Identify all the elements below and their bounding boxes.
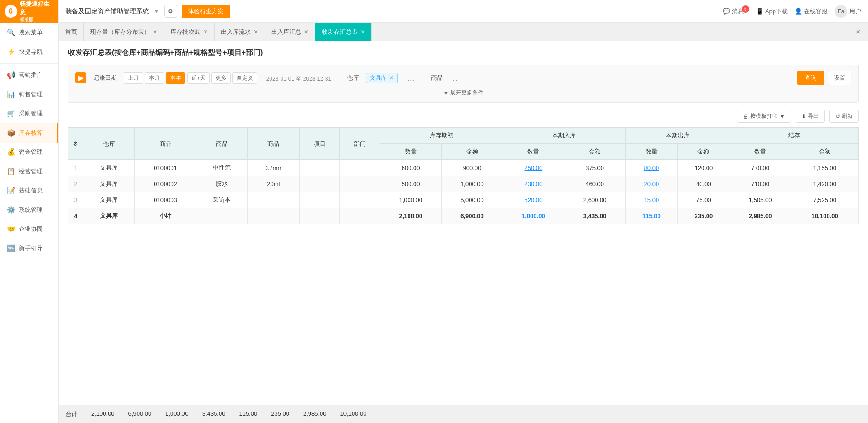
date-btn-more[interactable]: 更多 [211, 72, 231, 84]
export-label: 导出 [808, 112, 819, 120]
tab-home[interactable]: 首页 [59, 23, 84, 41]
tab-inout-flow[interactable]: 出入库流水 ✕ [215, 23, 265, 41]
tab-inout-summary[interactable]: 出入库汇总 ✕ [265, 23, 315, 41]
tab-bar-close-button[interactable]: ✕ [848, 23, 868, 41]
th-in-qty: 数量 [503, 144, 564, 160]
subtotal-row: 4 文具库 小计 2,100.00 6,900.00 1,000.00 3,43… [68, 208, 859, 224]
subtotal-goods-spec-empty [248, 208, 300, 224]
cell-project [299, 192, 340, 208]
tab-close-icon[interactable]: ✕ [360, 29, 365, 35]
tab-receipt-summary[interactable]: 收发存汇总表 ✕ [315, 23, 372, 41]
date-btn-custom[interactable]: 自定义 [232, 72, 257, 84]
cell-out-amount: 40.00 [678, 176, 730, 192]
print-button[interactable]: 🖨 按模板打印 ▼ [737, 110, 791, 123]
sidebar-item-purchase[interactable]: 🛒 采购管理 [0, 104, 58, 123]
bottom-totals: 合计 2,100.00 6,900.00 1,000.00 3,435.00 1… [66, 410, 366, 418]
sidebar-item-enterprise[interactable]: 🤝 企业协同 [0, 220, 58, 239]
sidebar-item-guide[interactable]: 🆕 新手引导 [0, 239, 58, 258]
sidebar-item-label: 企业协同 [19, 225, 43, 233]
tab-close-icon[interactable]: ✕ [153, 29, 157, 35]
subtotal-out-qty[interactable]: 115.00 [625, 208, 678, 224]
filter-toggle-button[interactable]: ▶ [75, 72, 86, 83]
cell-in-qty[interactable]: 230.00 [503, 176, 564, 192]
user-button[interactable]: Ea 用户 [835, 5, 861, 18]
print-label: 按模板打印 [750, 112, 778, 120]
th-group-balance: 结存 [730, 128, 858, 144]
tab-label: 出入库汇总 [271, 28, 301, 36]
th-out-amount: 金额 [678, 144, 730, 160]
export-icon: ⬇ [802, 113, 806, 120]
query-button[interactable]: 查询 [797, 71, 824, 85]
operations-icon: 📋 [7, 167, 15, 176]
filter-actions: 查询 设置 [797, 71, 851, 85]
date-btn-this-year[interactable]: 本年 [166, 72, 185, 84]
sidebar-item-system[interactable]: ⚙️ 系统管理 [0, 200, 58, 220]
th-goods-code: 商品 [135, 128, 196, 160]
header-dropdown-arrow[interactable]: ▼ [154, 8, 160, 15]
th-settings: ⚙ [68, 128, 83, 160]
total-balance-qty: 2,985.00 [303, 410, 326, 418]
config-button[interactable]: ⚙ [164, 5, 177, 18]
system-name: 装备及固定资产辅助管理系统 [66, 7, 149, 16]
subtotal-label: 小计 [135, 208, 196, 224]
sidebar-item-label: 搜索菜单 [19, 28, 43, 37]
app-download-button[interactable]: 📱 App下载 [756, 7, 788, 16]
total-in-qty: 1,000.00 [165, 410, 188, 418]
online-service-button[interactable]: 👤 在线客服 [795, 7, 828, 16]
tab-inventory-dist[interactable]: 现存量（库存分布表） ✕ [84, 23, 164, 41]
tab-label: 库存批次账 [171, 28, 200, 36]
app-icon: 📱 [756, 8, 763, 15]
trial-button[interactable]: 体验行业方案 [182, 5, 230, 18]
th-project: 项目 [299, 128, 340, 160]
logo-icon: 6 [5, 5, 17, 18]
subtotal-in-qty[interactable]: 1,000.00 [503, 208, 564, 224]
message-button[interactable]: 💬 消息 6 [723, 7, 749, 16]
tab-close-icon[interactable]: ✕ [304, 29, 309, 35]
cell-in-qty[interactable]: 520.00 [503, 192, 564, 208]
sidebar-item-label: 系统管理 [19, 206, 43, 214]
subtotal-warehouse: 文具库 [83, 208, 135, 224]
cell-opening-qty: 1,000.00 [380, 192, 442, 208]
goods-more-btn[interactable]: … [452, 73, 460, 83]
sidebar-item-inventory[interactable]: 📦 库存核算 [0, 123, 58, 143]
export-button[interactable]: ⬇ 导出 [796, 110, 825, 123]
refresh-button[interactable]: ↺ 刷新 [829, 110, 859, 123]
warehouse-tag-close[interactable]: ✕ [389, 75, 393, 81]
page-title: 收发存汇总表(按仓库+商品编码+商品+规格型号+项目+部门) [68, 48, 859, 58]
row-num: 3 [68, 192, 83, 208]
subtotal-balance-amount: 10,100.00 [791, 208, 858, 224]
cell-out-qty[interactable]: 80.00 [625, 160, 678, 176]
sidebar-item-finance[interactable]: 💰 资金管理 [0, 143, 58, 162]
sidebar-item-label: 快捷导航 [19, 48, 43, 56]
settings-button[interactable]: 设置 [828, 71, 851, 85]
warehouse-label: 仓库 [347, 74, 359, 82]
sidebar-item-label: 营销推广 [19, 71, 43, 79]
tab-close-icon[interactable]: ✕ [254, 29, 258, 35]
cell-out-qty[interactable]: 20.00 [625, 176, 678, 192]
subtotal-num: 4 [68, 208, 83, 224]
sidebar-item-quick-nav[interactable]: ⚡ 快捷导航 [0, 42, 58, 61]
tab-close-icon[interactable]: ✕ [203, 29, 208, 35]
tab-home-label: 首页 [65, 28, 77, 36]
cell-out-qty[interactable]: 15.00 [625, 192, 678, 208]
date-btn-this-month[interactable]: 本月 [145, 72, 164, 84]
tab-batch-ledger[interactable]: 库存批次账 ✕ [164, 23, 215, 41]
subtotal-balance-qty: 2,985.00 [730, 208, 791, 224]
sidebar-item-label: 资金管理 [19, 148, 43, 156]
inventory-icon: 📦 [7, 129, 15, 137]
warehouse-more-btn[interactable]: … [407, 73, 415, 83]
sidebar-item-basic[interactable]: 📝 基础信息 [0, 181, 58, 200]
th-group-out: 本期出库 [625, 128, 730, 144]
date-btn-7days[interactable]: 近7天 [187, 72, 210, 84]
expand-more-button[interactable]: ▼ 展开更多条件 [443, 89, 484, 97]
main-content: 收发存汇总表(按仓库+商品编码+商品+规格型号+项目+部门) ▶ 记账日期 上月… [59, 0, 868, 423]
sidebar-item-search[interactable]: 🔍 搜索菜单 [0, 23, 58, 42]
sidebar-item-operations[interactable]: 📋 经营管理 [0, 162, 58, 181]
cell-in-qty[interactable]: 250.00 [503, 160, 564, 176]
date-btn-last-month[interactable]: 上月 [124, 72, 143, 84]
bottom-bar: 合计 2,100.00 6,900.00 1,000.00 3,435.00 1… [59, 405, 868, 423]
sidebar-item-marketing[interactable]: 📢 营销推广 [0, 66, 58, 85]
sidebar-item-sales[interactable]: 📊 销售管理 [0, 85, 58, 104]
cell-goods-spec: 20ml [248, 176, 300, 192]
subtotal-opening-qty: 2,100.00 [380, 208, 442, 224]
